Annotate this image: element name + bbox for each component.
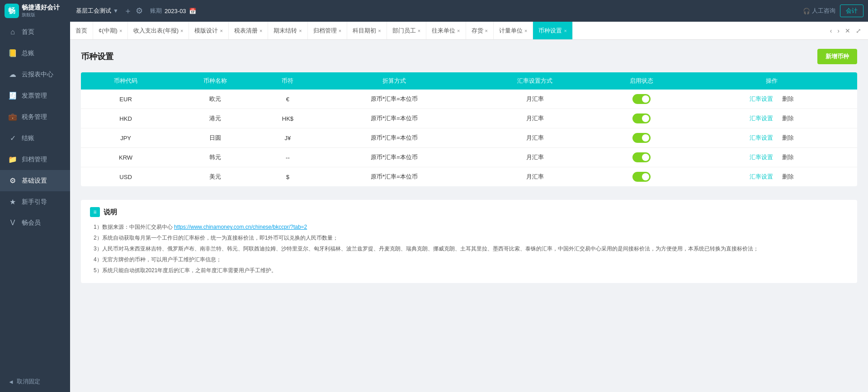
calendar-icon[interactable]: 📅 [189, 8, 196, 14]
cell-code: HKD [81, 109, 170, 128]
cell-code: KRW [81, 148, 170, 167]
toggle-switch[interactable] [632, 152, 651, 162]
sidebar-item-settings[interactable]: ⚙基础设置 [0, 170, 70, 191]
sidebar-item-reports[interactable]: ☁云报表中心 [0, 64, 70, 85]
tab-label-subjects: 科目期初 [353, 27, 376, 35]
notes-external-link[interactable]: https://www.chinamoney.com.cn/chinese/bk… [174, 224, 307, 230]
company-name: 基层工会测试 [76, 7, 111, 15]
tab-units[interactable]: 计量单位 × [494, 22, 533, 40]
tab-tax[interactable]: 税表清册 × [229, 22, 268, 40]
sidebar-item-tax[interactable]: 💼税务管理 [0, 106, 70, 128]
tab-template[interactable]: 模版设计 × [189, 22, 228, 40]
tab-close-units[interactable]: × [524, 28, 527, 33]
rate-setting-link[interactable]: 汇率设置 [750, 154, 773, 161]
cell-status [597, 148, 686, 167]
tab-close-customers[interactable]: × [457, 28, 460, 33]
notes-item: 2）系统自动获取每月第一个工作日的汇率标价，统一为直接标价法，即1外币可以兑换的… [94, 232, 848, 243]
toggle-switch[interactable] [632, 133, 651, 143]
tab-label-template: 模版设计 [194, 27, 218, 35]
delete-link[interactable]: 删除 [782, 115, 794, 122]
cell-symbol: -- [260, 148, 315, 167]
delete-link[interactable]: 删除 [782, 95, 794, 102]
tab-inventory[interactable]: 存货 × [466, 22, 494, 40]
sidebar-item-archive[interactable]: 📁归档管理 [0, 149, 70, 170]
table-header: 启用状态 [597, 72, 686, 90]
tab-expand-button[interactable]: ⤢ [854, 26, 863, 35]
sidebar-icon-settle: ✓ [8, 134, 17, 142]
cell-code: EUR [81, 90, 170, 109]
sidebar-label-home: 首页 [22, 28, 34, 36]
logo-text: 畅捷通好会计 [22, 4, 60, 12]
sidebar-label-settings: 基础设置 [22, 177, 47, 185]
tab-close-template[interactable]: × [220, 28, 222, 33]
tab-close-all-button[interactable]: ✕ [843, 26, 853, 35]
delete-link[interactable]: 删除 [782, 154, 794, 161]
tab-next-button[interactable]: › [835, 26, 842, 35]
sidebar-item-invoice[interactable]: 🧾发票管理 [0, 85, 70, 106]
tab-income[interactable]: 收入支出表(年报) × [128, 22, 189, 40]
sidebar-item-home[interactable]: ⌂首页 [0, 22, 70, 43]
tab-close-currency[interactable]: × [564, 28, 566, 33]
add-icon[interactable]: ＋ [124, 5, 132, 16]
sidebar-item-settle[interactable]: ✓结账 [0, 128, 70, 149]
tab-label-income: 收入支出表(年报) [133, 27, 179, 35]
notes-icon: ≡ [90, 207, 100, 217]
collapse-icon: ◄ [8, 378, 14, 385]
toggle-switch[interactable] [632, 94, 651, 104]
account-button[interactable]: 会计 [840, 5, 863, 17]
notes-item: 5）系统只能自动抓取2021年度后的汇率，之前年度汇率需要用户手工维护。 [94, 265, 848, 276]
rate-setting-link[interactable]: 汇率设置 [750, 134, 773, 141]
tab-period_end[interactable]: 期末结转 × [268, 22, 307, 40]
tab-close-period[interactable]: × [119, 28, 122, 33]
tab-currency[interactable]: 币种设置 × [533, 22, 572, 40]
sidebar-collapse[interactable]: ◄ 取消固定 [0, 371, 70, 392]
tab-home[interactable]: 首页 [70, 22, 93, 40]
toggle-switch[interactable] [632, 113, 651, 123]
tab-archive[interactable]: 归档管理 × [308, 22, 347, 40]
cell-name: 美元 [170, 167, 260, 187]
notes-item: 1）数据来源：中国外汇交易中心 https://www.chinamoney.c… [94, 222, 848, 232]
cell-rate-type: 月汇率 [473, 167, 597, 187]
help-button[interactable]: 🎧 人工咨询 [803, 7, 835, 15]
tab-subjects[interactable]: 科目期初 × [347, 22, 387, 40]
tab-close-income[interactable]: × [180, 28, 183, 33]
tab-dept[interactable]: 部门员工 × [387, 22, 426, 40]
cell-code: JPY [81, 128, 170, 148]
table-header: 汇率设置方式 [473, 72, 597, 90]
sidebar-item-guide[interactable]: ★新手引导 [0, 191, 70, 213]
cell-actions: 汇率设置 删除 [686, 148, 857, 167]
company-selector[interactable]: 基层工会测试 ▼ [76, 7, 118, 15]
tab-close-subjects[interactable]: × [378, 28, 381, 33]
tab-close-period_end[interactable]: × [299, 28, 302, 33]
tab-close-tax[interactable]: × [259, 28, 262, 33]
cell-symbol: J¥ [260, 128, 315, 148]
delete-link[interactable]: 删除 [782, 134, 794, 141]
tab-customers[interactable]: 往来单位 × [426, 22, 466, 40]
tab-close-inventory[interactable]: × [485, 28, 488, 33]
delete-link[interactable]: 删除 [782, 173, 794, 180]
notes-title: ≡ 说明 [90, 207, 848, 217]
rate-setting-link[interactable]: 汇率设置 [750, 95, 773, 102]
cell-actions: 汇率设置 删除 [686, 167, 857, 187]
sidebar-icon-ledger: 📒 [8, 49, 17, 57]
settings-icon[interactable]: ⚙ [136, 6, 143, 16]
tab-label-home: 首页 [75, 27, 87, 35]
logo-sub: 旗舰版 [22, 12, 60, 18]
tab-close-archive[interactable]: × [339, 28, 341, 33]
table-header: 折算方式 [316, 72, 473, 90]
tab-period[interactable]: ¢(中期) × [93, 22, 128, 40]
sidebar-icon-reports: ☁ [8, 70, 17, 79]
page-title-area: 币种设置 新增币种 [81, 49, 857, 64]
table-header: 币种名称 [170, 72, 260, 90]
sidebar-item-member[interactable]: V畅会员 [0, 213, 70, 233]
sidebar-item-ledger[interactable]: 📒总账 [0, 43, 70, 64]
tab-close-dept[interactable]: × [418, 28, 420, 33]
cell-symbol: € [260, 90, 315, 109]
rate-setting-link[interactable]: 汇率设置 [750, 115, 773, 122]
rate-setting-link[interactable]: 汇率设置 [750, 173, 773, 180]
company-dropdown-icon: ▼ [113, 8, 118, 14]
new-currency-button[interactable]: 新增币种 [817, 49, 857, 64]
currency-table: 币种代码币种名称币符折算方式汇率设置方式启用状态操作 EUR 欧元 € 原币*汇… [81, 72, 857, 186]
tab-prev-button[interactable]: ‹ [828, 26, 835, 35]
toggle-switch[interactable] [632, 172, 651, 182]
